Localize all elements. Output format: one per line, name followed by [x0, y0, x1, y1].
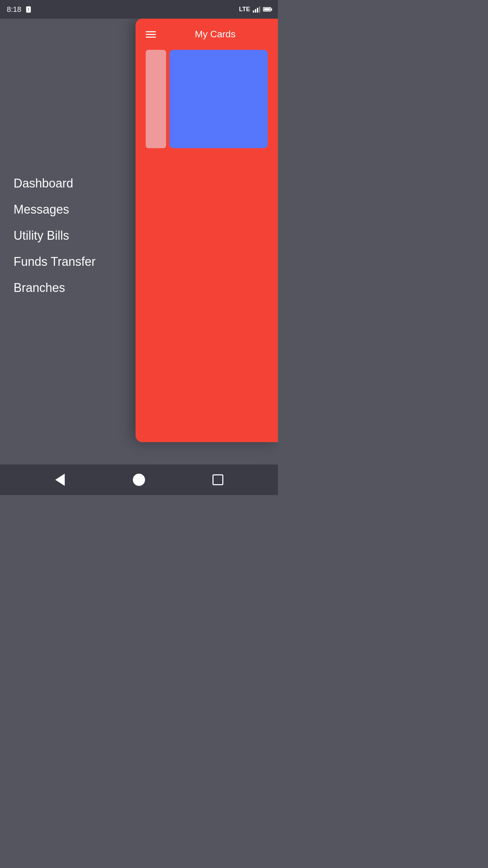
nav-link-dashboard[interactable]: Dashboard: [14, 176, 73, 190]
main-content: Dashboard Messages Utility Bills Funds T…: [0, 19, 278, 465]
hamburger-line-1: [146, 31, 156, 32]
status-bar: 8:18 LTE: [0, 0, 278, 19]
hamburger-line-3: [146, 37, 156, 38]
status-bar-right: LTE: [239, 6, 271, 13]
home-button[interactable]: [130, 471, 147, 488]
hamburger-menu-button[interactable]: [146, 31, 156, 38]
status-bar-left: 8:18: [7, 5, 32, 14]
hamburger-line-2: [146, 34, 156, 35]
status-time: 8:18: [7, 5, 21, 14]
nav-link-utility-bills[interactable]: Utility Bills: [14, 229, 69, 242]
signal-icon: [253, 6, 260, 13]
lte-indicator: LTE: [239, 6, 250, 13]
home-icon: [133, 474, 145, 486]
nav-link-funds-transfer[interactable]: Funds Transfer: [14, 255, 96, 269]
card-panel-title: My Cards: [163, 29, 268, 40]
recent-icon: [212, 474, 223, 485]
cards-area: [136, 46, 278, 175]
bottom-nav: [0, 465, 278, 495]
back-icon: [55, 474, 65, 486]
sim-icon: [25, 6, 32, 13]
card-panel: My Cards: [136, 19, 278, 442]
nav-link-branches[interactable]: Branches: [14, 281, 65, 295]
card-blue[interactable]: [169, 50, 268, 148]
card-panel-header: My Cards: [136, 19, 278, 46]
nav-link-messages[interactable]: Messages: [14, 202, 69, 216]
battery-icon: [263, 7, 271, 12]
back-button[interactable]: [52, 471, 68, 488]
recent-apps-button[interactable]: [209, 471, 226, 488]
card-placeholder: [146, 50, 166, 148]
